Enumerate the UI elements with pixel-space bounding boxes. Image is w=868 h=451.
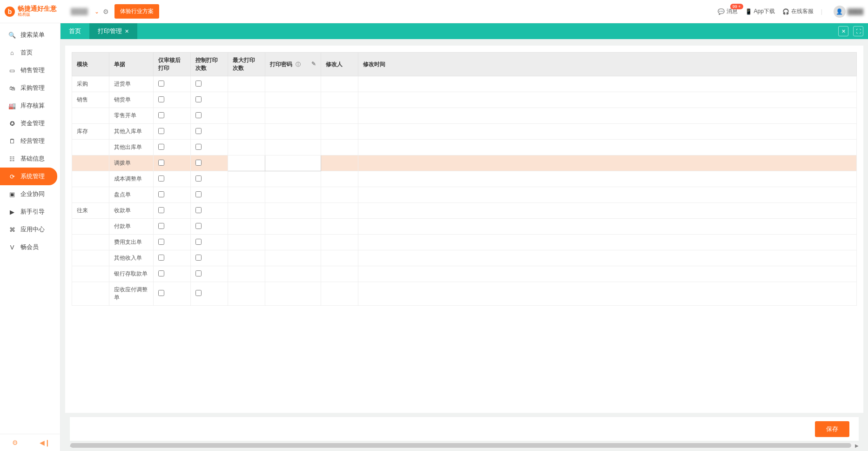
control-times-checkbox[interactable] bbox=[195, 128, 202, 134]
audit-only-checkbox[interactable] bbox=[158, 223, 164, 229]
save-button[interactable]: 保存 bbox=[815, 421, 849, 437]
app-download-label: App下载 bbox=[754, 7, 775, 15]
cell-mod-time bbox=[358, 108, 857, 124]
sidebar-item-3[interactable]: 🛍采购管理 bbox=[0, 79, 60, 97]
audit-only-checkbox[interactable] bbox=[158, 175, 164, 182]
cell-mod-time bbox=[358, 76, 857, 92]
control-times-checkbox[interactable] bbox=[195, 144, 202, 150]
tab-1[interactable]: 打印管理✕ bbox=[89, 23, 137, 39]
control-times-checkbox[interactable] bbox=[195, 112, 202, 118]
close-icon[interactable]: ✕ bbox=[125, 28, 129, 34]
tab-0[interactable]: 首页 bbox=[61, 23, 89, 39]
control-times-checkbox[interactable] bbox=[195, 239, 202, 245]
edit-icon[interactable]: ✎ bbox=[311, 61, 316, 67]
sidebar-icon: ⌘ bbox=[8, 226, 16, 233]
control-times-checkbox[interactable] bbox=[195, 223, 202, 229]
collapse-icon[interactable]: ◀❙ bbox=[30, 434, 61, 451]
tab-close-all-icon[interactable]: ✕ bbox=[838, 26, 848, 36]
sidebar-item-5[interactable]: ✪资金管理 bbox=[0, 114, 60, 132]
control-times-checkbox[interactable] bbox=[195, 96, 202, 102]
col-audit-only: 仅审核后打印 bbox=[154, 53, 191, 76]
cell-max-times bbox=[228, 219, 265, 235]
table-row: 零售开单 bbox=[72, 108, 857, 124]
audit-only-checkbox[interactable] bbox=[158, 112, 164, 118]
audit-only-checkbox[interactable] bbox=[158, 96, 164, 102]
sidebar-item-6[interactable]: 🗒经营管理 bbox=[0, 132, 60, 150]
brand-logo[interactable]: b 畅捷通好生意 精易版 bbox=[5, 5, 61, 18]
sidebar-item-label: 基础信息 bbox=[20, 155, 45, 163]
sidebar-item-11[interactable]: ⌘应用中心 bbox=[0, 221, 60, 238]
user-menu[interactable]: 👤 ████ bbox=[830, 6, 863, 18]
sidebar-item-2[interactable]: ▭销售管理 bbox=[0, 61, 60, 79]
control-times-checkbox[interactable] bbox=[195, 175, 202, 182]
messages-badge: 99 + bbox=[730, 4, 743, 9]
control-times-checkbox[interactable] bbox=[195, 81, 202, 87]
sidebar-item-label: 企业协同 bbox=[20, 190, 45, 198]
sidebar-item-8[interactable]: ⟳系统管理 bbox=[0, 168, 57, 185]
audit-only-checkbox[interactable] bbox=[158, 207, 164, 213]
gear-icon[interactable]: ⚙ bbox=[103, 8, 109, 15]
sidebar-item-label: 系统管理 bbox=[20, 172, 45, 181]
tenant-selector[interactable]: ████ ⌄ ⚙ bbox=[68, 7, 109, 16]
audit-only-checkbox[interactable] bbox=[158, 290, 164, 296]
cell-print-password bbox=[265, 140, 321, 155]
sidebar-item-0[interactable]: 🔍搜索菜单 bbox=[0, 26, 60, 44]
sidebar-item-12[interactable]: V畅会员 bbox=[0, 238, 60, 256]
audit-only-checkbox[interactable] bbox=[158, 191, 164, 197]
sidebar-item-label: 搜索菜单 bbox=[20, 31, 45, 39]
audit-only-checkbox[interactable] bbox=[158, 128, 164, 134]
audit-only-checkbox[interactable] bbox=[158, 239, 164, 245]
audit-only-checkbox[interactable] bbox=[158, 255, 164, 261]
cell-max-times[interactable] bbox=[228, 155, 265, 171]
cell-max-times bbox=[228, 282, 265, 306]
cell-print-password[interactable] bbox=[265, 155, 321, 171]
cell-audit-only bbox=[154, 76, 191, 92]
scroll-right-icon[interactable]: ▶ bbox=[854, 443, 860, 448]
sidebar-item-4[interactable]: 🏭库存核算 bbox=[0, 97, 60, 114]
cell-print-password bbox=[265, 92, 321, 108]
sidebar-item-1[interactable]: ⌂首页 bbox=[0, 44, 60, 61]
cell-audit-only bbox=[154, 140, 191, 155]
sidebar-icon: ▣ bbox=[8, 191, 16, 198]
audit-only-checkbox[interactable] bbox=[158, 160, 164, 166]
audit-only-checkbox[interactable] bbox=[158, 270, 164, 276]
cell-modifier bbox=[321, 92, 358, 108]
chevron-down-icon: ⌄ bbox=[94, 8, 99, 15]
control-times-checkbox[interactable] bbox=[195, 191, 202, 197]
sidebar-item-10[interactable]: ▶新手引导 bbox=[0, 203, 60, 221]
control-times-checkbox[interactable] bbox=[195, 160, 202, 166]
trial-button[interactable]: 体验行业方案 bbox=[114, 4, 159, 19]
cell-audit-only bbox=[154, 124, 191, 140]
control-times-checkbox[interactable] bbox=[195, 290, 202, 296]
table-row: 其他出库单 bbox=[72, 140, 857, 155]
cell-mod-time bbox=[358, 155, 857, 171]
horizontal-scrollbar[interactable]: ◀ ▶ bbox=[70, 443, 859, 448]
fullscreen-icon[interactable]: ⛶ bbox=[853, 26, 863, 36]
app-download-button[interactable]: 📱 App下载 bbox=[745, 7, 775, 15]
cell-print-password bbox=[265, 266, 321, 282]
cell-doc: 成本调整单 bbox=[109, 171, 154, 187]
control-times-checkbox[interactable] bbox=[195, 270, 202, 276]
cell-control-times bbox=[191, 76, 228, 92]
messages-button[interactable]: 💬 消息 99 + bbox=[718, 7, 738, 15]
cell-doc: 进货单 bbox=[109, 76, 154, 92]
audit-only-checkbox[interactable] bbox=[158, 81, 164, 87]
sidebar-item-7[interactable]: ☷基础信息 bbox=[0, 150, 60, 168]
cell-module bbox=[72, 266, 109, 282]
scrollbar-thumb[interactable] bbox=[70, 443, 851, 448]
header-right: 💬 消息 99 + 📱 App下载 🎧 在线客服 | 👤 ████ bbox=[718, 6, 864, 18]
cell-max-times bbox=[228, 266, 265, 282]
cell-print-password bbox=[265, 108, 321, 124]
support-button[interactable]: 🎧 在线客服 bbox=[782, 7, 814, 15]
settings-icon[interactable]: ⚙ bbox=[0, 434, 30, 451]
sidebar-icon: 🏭 bbox=[8, 102, 16, 109]
help-icon[interactable]: ⓘ bbox=[296, 61, 301, 67]
col-print-password: 打印密码 ⓘ ✎ bbox=[265, 53, 321, 76]
sidebar-icon: ⟳ bbox=[8, 173, 16, 180]
tab-bar: 首页打印管理✕ ✕ ⛶ bbox=[61, 23, 868, 39]
control-times-checkbox[interactable] bbox=[195, 207, 202, 213]
cell-control-times bbox=[191, 203, 228, 219]
control-times-checkbox[interactable] bbox=[195, 255, 202, 261]
audit-only-checkbox[interactable] bbox=[158, 144, 164, 150]
sidebar-item-9[interactable]: ▣企业协同 bbox=[0, 185, 60, 203]
